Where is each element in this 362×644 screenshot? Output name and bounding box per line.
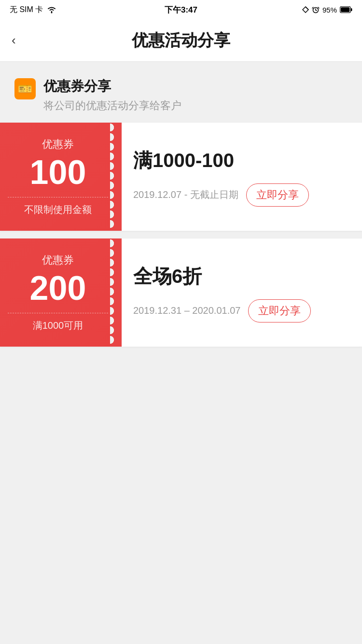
coupon-label-2: 优惠券 (42, 253, 74, 267)
battery-icon (340, 6, 352, 13)
share-button-1[interactable]: 立即分享 (246, 183, 309, 207)
coupon-amount-2: 200 (30, 271, 86, 305)
section-subtitle: 将公司的优惠活动分享给客户 (43, 98, 181, 113)
coupon-meta-1: 2019.12.07 - 无截止日期 立即分享 (133, 183, 350, 207)
coupon-label-1: 优惠券 (42, 137, 74, 152)
status-right: 95% (302, 6, 352, 14)
coupon-card-1: 优惠券 100 不限制使用金额 满1000-100 2019.12.07 - 无… (0, 123, 362, 231)
coupon-date-2: 2019.12.31 – 2020.01.07 (133, 305, 240, 316)
back-button[interactable]: ‹ (12, 33, 16, 48)
svg-point-0 (51, 12, 53, 13)
coupon-left-1: 优惠券 100 不限制使用金额 (0, 123, 116, 231)
coupon-date-1: 2019.12.07 - 无截止日期 (133, 188, 238, 201)
section-title: 优惠券分享 (43, 77, 181, 96)
wifi-icon (47, 6, 56, 14)
coupon-condition-1: 不限制使用金额 (24, 203, 92, 216)
battery-text: 95% (322, 6, 337, 14)
section-icon: 🎫 (14, 78, 36, 99)
share-button-2[interactable]: 立即分享 (248, 299, 311, 322)
coupon-card-2: 优惠券 200 满1000可用 全场6折 2019.12.31 – 2020.0… (0, 238, 362, 347)
alarm-icon (312, 6, 320, 14)
location-icon (302, 6, 309, 13)
coupon-right-1: 满1000-100 2019.12.07 - 无截止日期 立即分享 (116, 123, 362, 231)
section-icon-emoji: 🎫 (18, 82, 32, 96)
coupon-list: 优惠券 100 不限制使用金额 满1000-100 2019.12.07 - 无… (0, 123, 362, 374)
svg-rect-3 (351, 8, 352, 11)
bottom-spacer (0, 374, 362, 644)
coupon-meta-2: 2019.12.31 – 2020.01.07 立即分享 (133, 299, 350, 322)
status-bar: 无 SIM 卡 下午3:47 95% (0, 0, 362, 19)
carrier-text: 无 SIM 卡 (10, 5, 43, 15)
coupon-condition-2: 满1000可用 (33, 319, 84, 332)
coupon-amount-1: 100 (30, 155, 86, 189)
coupon-right-2: 全场6折 2019.12.31 – 2020.01.07 立即分享 (116, 238, 362, 347)
page-title: 优惠活动分享 (132, 29, 230, 52)
coupon-title-1: 满1000-100 (133, 147, 350, 174)
svg-rect-4 (341, 7, 350, 12)
section-header: 🎫 优惠券分享 将公司的优惠活动分享给客户 (0, 62, 362, 123)
section-text: 优惠券分享 将公司的优惠活动分享给客户 (43, 77, 181, 113)
coupon-left-2: 优惠券 200 满1000可用 (0, 238, 116, 347)
nav-bar: ‹ 优惠活动分享 (0, 19, 362, 62)
status-left: 无 SIM 卡 (10, 5, 56, 15)
status-time: 下午3:47 (165, 4, 197, 15)
coupon-title-2: 全场6折 (133, 263, 350, 290)
